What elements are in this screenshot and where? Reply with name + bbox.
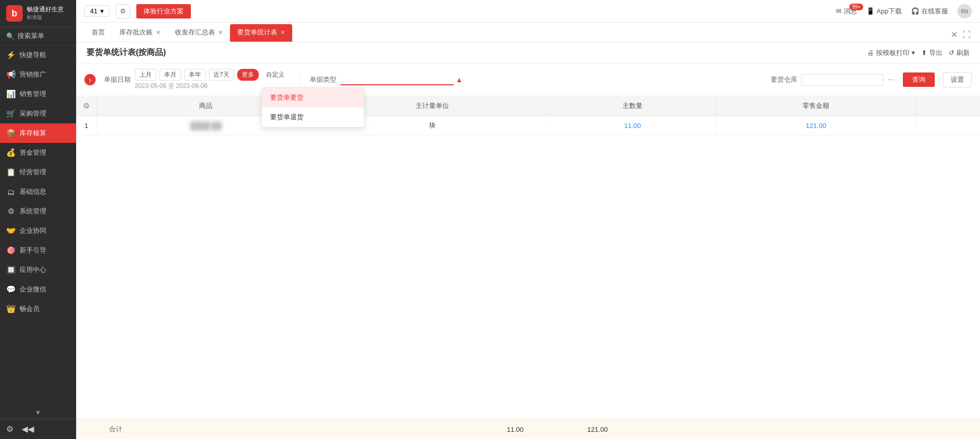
- table-row: 1 ████ ██ 块 11.00 121.00: [76, 116, 980, 135]
- dropdown-item-order-request[interactable]: 要货单要货: [262, 88, 364, 107]
- tab-receive-summary[interactable]: 收发存汇总表 ✕: [168, 24, 230, 42]
- purchase-icon: 🛒: [6, 109, 15, 118]
- tab-home[interactable]: 首页: [84, 24, 112, 42]
- sidebar-settings-btn[interactable]: ⚙: [6, 424, 13, 434]
- export-icon: ⬆: [921, 49, 927, 57]
- tab-order-summary[interactable]: 要货单统计表 ✕: [230, 24, 292, 42]
- print-icon: 🖨: [867, 49, 874, 57]
- filter-divider-1: [299, 75, 299, 85]
- company-selector[interactable]: 41 ▾: [84, 5, 110, 17]
- apps-icon: 🔲: [6, 265, 15, 275]
- export-btn[interactable]: ⬆ 导出: [921, 48, 942, 58]
- warehouse-label: 要货仓库: [771, 75, 797, 84]
- sidebar-item-sales[interactable]: 📊 销售管理: [0, 84, 76, 104]
- app-logo: b 畅捷通好生意 标准版: [0, 0, 76, 27]
- table-settings-icon[interactable]: ⚙: [83, 101, 90, 110]
- row-quantity: 11.00: [549, 116, 716, 135]
- type-dropdown: 要货单要货 要货单退货: [261, 87, 364, 127]
- tab-fullscreen-btn[interactable]: ⛶: [961, 30, 972, 40]
- row-index: 1: [76, 116, 97, 135]
- app-name: 畅捷通好生意: [27, 6, 64, 14]
- header-right: ✉ 消息 99+ 📱 App下载 🎧 在线客服 Rit: [836, 4, 972, 19]
- sidebar-item-apps[interactable]: 🔲 应用中心: [0, 260, 76, 280]
- warehouse-input[interactable]: [801, 74, 884, 86]
- messages-btn[interactable]: ✉ 消息 99+: [836, 7, 857, 16]
- date-filter-group: 单据日期 上月 本月 本年 近7天 更多 自定义 2023-05-06 至 20…: [104, 69, 289, 90]
- footer-label: 合计: [103, 425, 129, 434]
- page-title: 要货单统计表(按商品): [86, 47, 166, 58]
- dropdown-item-order-return[interactable]: 要货单退货: [262, 107, 364, 127]
- date-btn-this-year[interactable]: 本年: [184, 69, 206, 81]
- page-body: 要货单统计表(按商品) 🖨 按模板打印 ▾ ⬆ 导出 ↺ 刷新 ›: [76, 42, 980, 439]
- date-btn-more[interactable]: 更多: [237, 69, 259, 81]
- date-btn-last-month[interactable]: 上月: [135, 69, 156, 81]
- data-table: ⚙ 商品 主计量单位 主数量 零售金额 1 ████ ██: [76, 96, 980, 135]
- logo-icon: b: [6, 5, 23, 22]
- tab-close-order-summary[interactable]: ✕: [280, 29, 285, 36]
- app-badge: 标准版: [27, 14, 64, 21]
- member-icon: 👑: [6, 304, 15, 314]
- print-btn[interactable]: 🖨 按模板打印 ▾: [867, 48, 915, 58]
- date-btn-custom[interactable]: 自定义: [262, 69, 289, 80]
- warehouse-more-btn[interactable]: ···: [888, 75, 895, 84]
- sidebar-item-wechat[interactable]: 💬 企业微信: [0, 280, 76, 299]
- footer-retail-amount: 121.00: [562, 426, 634, 433]
- sidebar-item-inventory[interactable]: 📦 库存核算: [0, 123, 76, 143]
- sidebar-bottom: ⚙ ◀◀: [0, 418, 76, 439]
- tab-close-receive-summary[interactable]: ✕: [218, 29, 223, 36]
- sidebar-item-operations[interactable]: 📋 经营管理: [0, 162, 76, 182]
- sidebar-item-marketing[interactable]: 📢 营销推广: [0, 65, 76, 84]
- type-filter-input[interactable]: [341, 75, 454, 85]
- tab-inventory-batch[interactable]: 库存批次账 ✕: [112, 24, 168, 42]
- sidebar-item-purchase[interactable]: 🛒 采购管理: [0, 104, 76, 123]
- logo-text-block: 畅捷通好生意 标准版: [27, 6, 64, 21]
- sidebar-collapse-btn[interactable]: ◀◀: [22, 424, 34, 434]
- refresh-btn[interactable]: ↺ 刷新: [949, 48, 970, 58]
- query-btn[interactable]: 查询: [903, 72, 935, 87]
- type-filter-label: 单据类型: [310, 75, 336, 84]
- th-settings[interactable]: ⚙: [76, 96, 97, 116]
- top-header: 41 ▾ ⚙ 体验行业方案 ✉ 消息 99+ 📱 App下载 🎧 在线客服 Ri…: [76, 0, 980, 23]
- product-name-blurred: ████ ██: [191, 122, 221, 130]
- sidebar-item-quick-nav[interactable]: ⚡ 快捷导航: [0, 45, 76, 65]
- table-container: ⚙ 商品 主计量单位 主数量 零售金额 1 ████ ██: [76, 96, 980, 419]
- avatar[interactable]: Rit: [957, 4, 972, 19]
- app-download-btn[interactable]: 📱 App下载: [866, 7, 902, 16]
- trial-btn[interactable]: 体验行业方案: [136, 4, 191, 19]
- wechat-icon: 💬: [6, 285, 15, 294]
- guide-icon: 🎯: [6, 246, 15, 255]
- page-title-bar: 要货单统计表(按商品) 🖨 按模板打印 ▾ ⬆ 导出 ↺ 刷新: [76, 42, 980, 64]
- sidebar-item-guide[interactable]: 🎯 新手引导: [0, 241, 76, 260]
- sidebar-item-base[interactable]: 🗂 基础信息: [0, 182, 76, 202]
- operations-icon: 📋: [6, 168, 15, 177]
- date-filter-label: 单据日期: [104, 75, 131, 84]
- type-dropdown-arrow[interactable]: ▲: [454, 76, 465, 84]
- warehouse-filter-group: 要货仓库 ···: [771, 74, 895, 86]
- sidebar-item-member[interactable]: 👑 畅会员: [0, 299, 76, 319]
- sidebar-nav: ⚡ 快捷导航 📢 营销推广 📊 销售管理 🛒 采购管理 📦 库存核算 💰 资金管…: [0, 45, 76, 407]
- tab-expand-btns: ✕ ⛶: [950, 30, 972, 42]
- title-actions: 🖨 按模板打印 ▾ ⬆ 导出 ↺ 刷新: [867, 48, 970, 58]
- sidebar-item-collab[interactable]: 🤝 企业协同: [0, 221, 76, 241]
- footer-quantity: 11.00: [469, 426, 562, 433]
- sidebar-item-system[interactable]: ⚙ 系统管理: [0, 202, 76, 221]
- refresh-icon: ↺: [949, 49, 954, 57]
- search-menu[interactable]: 🔍 搜索菜单: [0, 27, 76, 45]
- date-btn-last-7-days[interactable]: 近7天: [209, 69, 234, 81]
- sidebar-scroll-down[interactable]: ▼: [0, 407, 76, 418]
- settings-gear-btn[interactable]: ⚙: [116, 4, 130, 19]
- th-empty: [916, 96, 980, 116]
- headset-icon: 🎧: [911, 7, 919, 15]
- filter-expand-btn[interactable]: ›: [84, 74, 96, 85]
- th-retail-amount: 零售金额: [716, 96, 916, 116]
- base-icon: 🗂: [6, 187, 15, 196]
- download-icon: 📱: [866, 7, 875, 15]
- filter-bar: › 单据日期 上月 本月 本年 近7天 更多 自定义 2023-05-06 至 …: [76, 64, 980, 96]
- marketing-icon: 📢: [6, 70, 15, 79]
- online-service-btn[interactable]: 🎧 在线客服: [911, 7, 948, 16]
- filter-settings-btn[interactable]: 设置: [943, 72, 972, 87]
- tab-close-inventory-batch[interactable]: ✕: [156, 29, 161, 36]
- sidebar-item-finance[interactable]: 💰 资金管理: [0, 143, 76, 162]
- tab-expand-btn[interactable]: ✕: [950, 30, 958, 40]
- date-btn-this-month[interactable]: 本月: [159, 69, 181, 81]
